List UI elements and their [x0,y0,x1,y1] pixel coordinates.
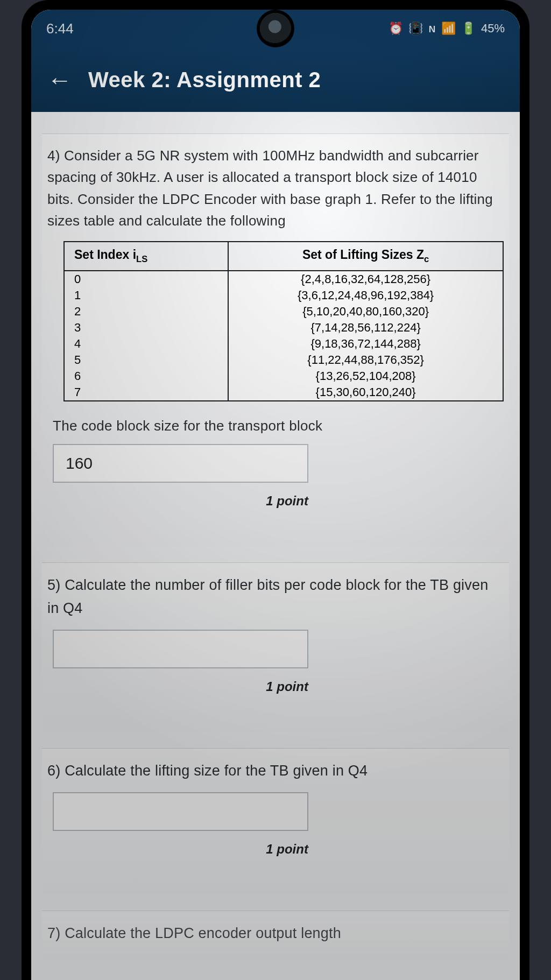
table-header-sizes: Set of Lifting Sizes Zc [228,242,503,271]
q5-answer-input[interactable] [53,630,308,668]
vibrate-icon: 📳 [408,23,423,34]
table-row: 7{15,30,60,120,240} [65,384,503,400]
table-row: 1{3,6,12,24,48,96,192,384} [65,287,503,304]
table-row: 0{2,4,8,16,32,64,128,256} [65,271,503,287]
battery-percent: 45% [481,22,505,36]
q4-points: 1 point [53,493,308,509]
table-row: 4{9,18,36,72,144,288} [65,336,503,352]
question-6-text: 6) Calculate the lifting size for the TB… [47,759,504,782]
question-5: 5) Calculate the number of filler bits p… [42,562,509,732]
screen: 6:44 ⏰ 📳 ɴ 📶 🔋 45% ← Week 2: Assignment … [31,10,520,980]
table-row: 5{11,22,44,88,176,352} [65,352,503,368]
lifting-sizes-table: Set Index iLS Set of Lifting Sizes Zc 0{… [63,241,504,401]
question-5-text: 5) Calculate the number of filler bits p… [47,574,504,620]
question-6: 6) Calculate the lifting size for the TB… [42,748,509,894]
content-scroll[interactable]: 4) Consider a 5G NR system with 100MHz b… [31,112,520,980]
question-4-text: 4) Consider a 5G NR system with 100MHz b… [47,145,504,231]
status-indicators: ⏰ 📳 ɴ 📶 🔋 45% [388,22,505,36]
q4-sub-label: The code block size for the transport bl… [53,418,504,434]
back-arrow-icon[interactable]: ← [47,65,72,94]
camera-hole [260,13,291,44]
battery-icon: 🔋 [461,23,476,34]
q5-points: 1 point [53,679,308,694]
nfc-icon: ɴ [428,23,436,34]
page-title: Week 2: Assignment 2 [88,68,321,92]
app-header: ← Week 2: Assignment 2 [31,47,520,112]
q6-answer-input[interactable] [53,792,308,831]
alarm-icon: ⏰ [388,23,403,34]
phone-bezel: 6:44 ⏰ 📳 ɴ 📶 🔋 45% ← Week 2: Assignment … [22,0,529,980]
table-row: 2{5,10,20,40,80,160,320} [65,304,503,320]
q4-answer-input[interactable] [53,444,308,483]
table-row: 3{7,14,28,56,112,224} [65,320,503,336]
signal-icon: 📶 [441,23,456,34]
q6-points: 1 point [53,842,308,857]
status-time: 6:44 [46,20,74,37]
table-header-index: Set Index iLS [65,242,228,271]
question-4: 4) Consider a 5G NR system with 100MHz b… [42,133,509,546]
question-7-text: 7) Calculate the LDPC encoder output len… [47,922,504,945]
question-7: 7) Calculate the LDPC encoder output len… [42,911,509,961]
table-row: 6{13,26,52,104,208} [65,368,503,384]
